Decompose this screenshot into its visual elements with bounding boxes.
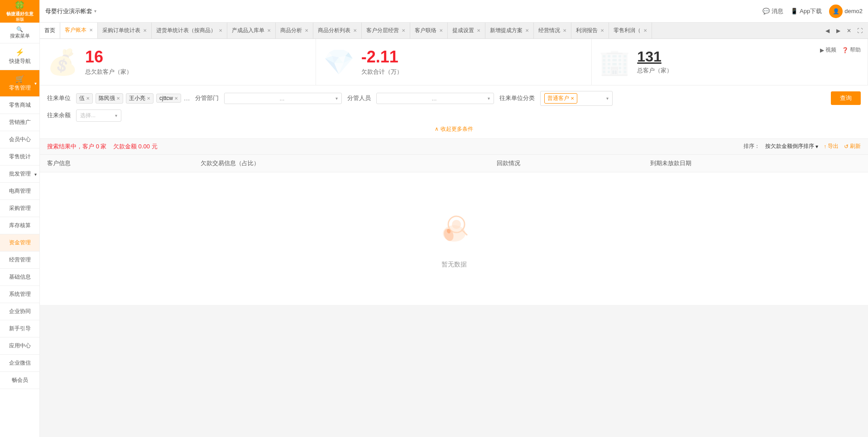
tab-product-analysis-list[interactable]: 商品分析列表 ✕ <box>313 23 362 39</box>
tab-improve-settings[interactable]: 提成设置 ✕ <box>448 23 485 39</box>
table-body: 暂无数据 <box>40 172 868 305</box>
tab-product-analysis-list-close[interactable]: ✕ <box>353 28 357 33</box>
dept-filter-dots[interactable]: ... <box>279 95 284 102</box>
tab-customer-contact-close[interactable]: ✕ <box>439 28 443 33</box>
username: demo2 <box>844 8 863 14</box>
person-filter-select[interactable]: ... ▾ <box>376 93 494 104</box>
unit-tag-wangxiaoliang-close[interactable]: ✕ <box>147 96 150 101</box>
unit-tag-wu[interactable]: 伍 ✕ <box>76 93 93 104</box>
sidebar-item-sys-mgmt[interactable]: 系统管理 <box>0 286 39 303</box>
sidebar-item-wholesale-mgmt[interactable]: 批发管理 <box>0 166 39 183</box>
sidebar-item-quick-nav[interactable]: ⚡ 快捷导航 <box>0 43 39 70</box>
table-header-row: 客户信息 欠款交易信息（占比） 回款情况 到期未放款日期 <box>40 155 868 172</box>
category-filter-select[interactable]: 普通客户 ✕ ▾ <box>540 91 613 106</box>
person-filter-dots[interactable]: ... <box>432 95 436 102</box>
app-center-label: 应用中心 <box>9 342 31 349</box>
tab-profit-report[interactable]: 利润报告 ✕ <box>571 23 609 39</box>
company-selector[interactable]: 母婴行业演示帐套 ▾ <box>45 7 96 15</box>
tab-product-analysis[interactable]: 商品分析 ✕ <box>276 23 313 39</box>
tab-prev-button[interactable]: ◀ <box>823 26 832 35</box>
tab-retail-profit-close[interactable]: ✕ <box>643 28 647 33</box>
refresh-button[interactable]: ↺ 刷新 <box>844 142 861 150</box>
tab-close-all-button[interactable]: ✕ <box>844 26 854 35</box>
tab-customer-balance-close[interactable]: ✕ <box>89 28 93 33</box>
app-download-button[interactable]: 📱 App下载 <box>791 7 822 15</box>
tab-product-analysis-close[interactable]: ✕ <box>305 28 308 33</box>
query-button[interactable]: 查询 <box>831 91 861 105</box>
retail-mgmt-label: 零售管理 <box>9 85 31 91</box>
tab-next-button[interactable]: ▶ <box>834 26 843 35</box>
tab-new-improve-plan[interactable]: 新增提成方案 ✕ <box>485 23 534 39</box>
sidebar-item-app-center[interactable]: 应用中心 <box>0 337 39 355</box>
tab-home[interactable]: 首页 <box>40 23 60 39</box>
sidebar-item-basic-info[interactable]: 基础信息 <box>0 269 39 286</box>
unit-tag-chenminqiang[interactable]: 陈民强 ✕ <box>96 93 123 104</box>
help-button[interactable]: ❓ 帮助 <box>842 46 861 54</box>
sidebar-item-retail-mall[interactable]: 零售商城 <box>0 97 39 114</box>
stat-bg-icon-total: 🏢 <box>599 47 630 76</box>
sidebar-search[interactable]: 🔍 搜索菜单 <box>0 23 39 43</box>
category-tag-close[interactable]: ✕ <box>571 96 574 101</box>
company-selector-chevron: ▾ <box>94 9 96 14</box>
tab-retail-profit[interactable]: 零售利润（ ✕ <box>609 23 652 39</box>
balance-filter-select[interactable]: 选择... ▾ <box>76 109 121 122</box>
tab-purchase-order-stat-close[interactable]: ✕ <box>143 28 147 33</box>
unit-tag-cjttcw-close[interactable]: ✕ <box>174 96 178 101</box>
unit-tag-cjttcw[interactable]: cjttcw ✕ <box>156 94 181 103</box>
tab-customer-tier-close[interactable]: ✕ <box>402 28 405 33</box>
video-button[interactable]: ▶ 视频 <box>820 46 836 54</box>
sidebar-item-member-center[interactable]: 会员中心 <box>0 131 39 148</box>
user-menu[interactable]: 👤 demo2 <box>829 5 863 18</box>
sidebar-item-retail-stats[interactable]: 零售统计 <box>0 148 39 166</box>
logo-icon: 🍀 <box>14 0 25 11</box>
unit-tag-chenminqiang-close[interactable]: ✕ <box>116 96 120 101</box>
tab-new-improve-plan-label: 新增提成方案 <box>490 27 523 34</box>
category-tag-label: 普通客户 <box>547 95 569 102</box>
tab-purchase-stat-by-product[interactable]: 进货单统计表（按商品） ✕ <box>152 23 227 39</box>
sidebar-item-enterprise-coop[interactable]: 企业协同 <box>0 303 39 320</box>
sidebar-item-retail-mgmt[interactable]: 🛒 零售管理 <box>0 70 39 97</box>
export-icon: ↑ <box>824 143 826 150</box>
stat-bg-icon-amount: 💎 <box>323 47 355 76</box>
tab-product-cost-entry[interactable]: 产成品入库单 ✕ <box>227 23 276 39</box>
sidebar-item-sales-promo[interactable]: 营销推广 <box>0 114 39 131</box>
unit-tags-more[interactable]: ... <box>184 94 190 102</box>
tab-business-situation[interactable]: 经营情况 ✕ <box>534 23 571 39</box>
stat-value-total: 131 <box>637 49 672 65</box>
sidebar-item-inventory-check[interactable]: 库存核算 <box>0 217 39 234</box>
dept-filter-select[interactable]: ... ▾ <box>224 93 342 104</box>
tab-customer-balance[interactable]: 客户账本 ✕ <box>60 23 98 39</box>
message-button[interactable]: 💬 消息 <box>762 7 783 15</box>
sidebar-item-ecommerce-mgmt[interactable]: 电商管理 <box>0 183 39 200</box>
sidebar-item-new-guide[interactable]: 新手引导 <box>0 320 39 337</box>
tab-product-cost-entry-close[interactable]: ✕ <box>267 28 271 33</box>
sidebar-item-enterprise-wechat[interactable]: 企业微信 <box>0 355 39 372</box>
sidebar-item-purchase-mgmt[interactable]: 采购管理 <box>0 200 39 217</box>
sidebar-item-finance-mgmt[interactable]: 资金管理 <box>0 234 39 252</box>
tab-purchase-stat-by-product-close[interactable]: ✕ <box>219 28 222 33</box>
tab-profit-report-close[interactable]: ✕ <box>600 28 604 33</box>
collapse-button[interactable]: ∧ 收起更多条件 <box>47 125 861 133</box>
tab-customer-contact[interactable]: 客户联络 ✕ <box>410 23 448 39</box>
tab-business-situation-close[interactable]: ✕ <box>563 28 566 33</box>
tab-customer-contact-label: 客户联络 <box>415 27 436 34</box>
sidebar-item-ops-mgmt[interactable]: 经营管理 <box>0 252 39 269</box>
dept-filter-label: 分管部门 <box>195 94 219 102</box>
sidebar-item-member-vip[interactable]: 畅会员 <box>0 372 39 389</box>
new-guide-label: 新手引导 <box>9 325 31 332</box>
company-name: 母婴行业演示帐套 <box>45 7 92 15</box>
tab-improve-settings-close[interactable]: ✕ <box>477 28 480 33</box>
stat-value-amount: -2.11 <box>361 48 403 66</box>
unit-tag-wu-close[interactable]: ✕ <box>86 96 90 101</box>
export-button[interactable]: ↑ 导出 <box>824 142 839 150</box>
svg-point-2 <box>452 220 461 229</box>
sort-select[interactable]: 按欠款金额倒序排序 ▾ <box>765 142 818 150</box>
tab-customer-tier[interactable]: 客户分层经营 ✕ <box>362 23 410 39</box>
tab-new-improve-plan-close[interactable]: ✕ <box>525 28 529 33</box>
result-amount: 0.00 <box>139 143 150 150</box>
tab-product-cost-entry-label: 产成品入库单 <box>232 27 264 34</box>
unit-tag-wangxiaoliang[interactable]: 王小亮 ✕ <box>126 93 153 104</box>
tab-fullscreen-button[interactable]: ⛶ <box>855 26 864 35</box>
video-icon: ▶ <box>820 47 824 53</box>
tab-purchase-order-stat[interactable]: 采购订单统计表 ✕ <box>98 23 152 39</box>
